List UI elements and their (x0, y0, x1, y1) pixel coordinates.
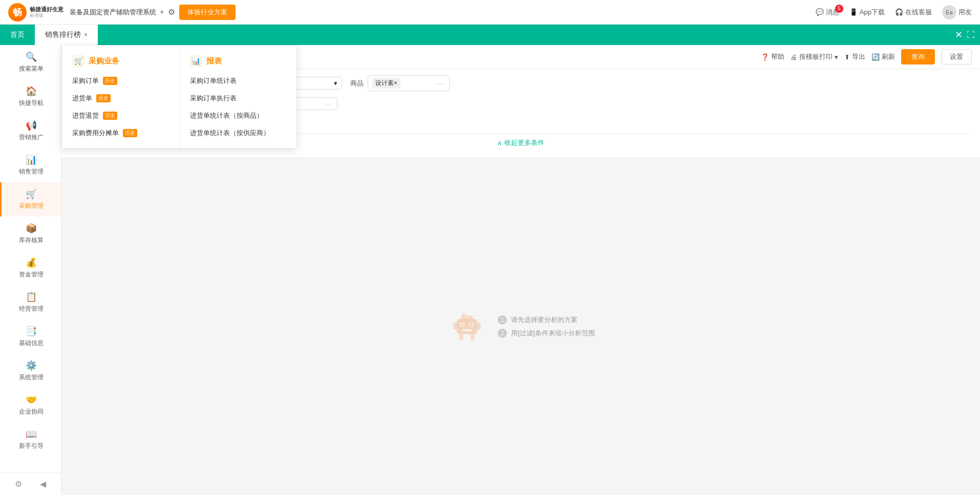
sidebar-item-system[interactable]: ⚙️ 系统管理 (0, 354, 61, 388)
salesperson-dots[interactable]: ··· (324, 100, 333, 107)
dropdown-item-purchase-order-stat[interactable]: 采购订单统计表 (180, 72, 297, 90)
empty-tip-2: 2 用[过滤]条件来缩小分析范围 (498, 329, 594, 338)
dropdown-item-receipt-stat-supplier[interactable]: 进货单统计表（按供应商） (180, 124, 297, 142)
export-button[interactable]: ⬆ 导出 (844, 52, 865, 61)
dropdown-item-purchase-order[interactable]: 采购订单 历史 (62, 72, 179, 90)
help-icon: ❓ (761, 53, 769, 61)
sidebar-item-marketing[interactable]: 📢 营销推广 (0, 114, 61, 148)
message-badge: 6 (835, 5, 843, 13)
logo-sub: 标准版 (30, 13, 63, 18)
sidebar-item-inventory[interactable]: 📦 库存核算 (0, 217, 61, 251)
svg-rect-0 (457, 319, 477, 334)
svg-rect-2 (463, 313, 465, 316)
refresh-button[interactable]: 🔄 刷新 (871, 52, 895, 61)
dropdown-item-purchase-expense[interactable]: 采购费用分摊单 历史 (62, 124, 179, 142)
svg-rect-1 (461, 315, 473, 320)
empty-state: 1 请先选择要分析的方案 2 用[过滤]条件来缩小分析范围 (61, 158, 980, 495)
system-icon: ⚙️ (26, 360, 37, 371)
top-bar: 畅 畅捷通好生意 标准版 装备及固定资产辅助管理系统 ▾ ⚙ 体验行业方案 💬 … (0, 0, 980, 25)
collapse-button[interactable]: ∧ 收起更多条件 (497, 138, 544, 147)
tab-bar-right: ✕ ⛶ (955, 29, 980, 40)
logo-text-area: 畅捷通好生意 标准版 (30, 6, 63, 18)
print-button[interactable]: 🖨 按模板打印 ▾ (791, 52, 838, 61)
goods-select[interactable]: 设计素× ··· (368, 75, 450, 91)
tab-bar-close-icon[interactable]: ✕ (955, 29, 963, 40)
user-item[interactable]: Ea 用友 (942, 5, 972, 19)
dropdown-menu: 🛒 采购业务 采购订单 历史 进货单 历史 进货退货 历史 采购费用分摊单 历史 (61, 45, 297, 148)
sidebar-item-purchase[interactable]: 🛒 采购管理 (0, 182, 61, 217)
app-download-item[interactable]: 📱 App下载 (849, 8, 885, 17)
dropdown-item-receipt-stat-goods[interactable]: 进货单统计表（按商品） (180, 107, 297, 124)
empty-tips: 1 请先选择要分析的方案 2 用[过滤]条件来缩小分析范围 (498, 315, 594, 338)
dropdown-item-purchase-receipt[interactable]: 进货单 历史 (62, 90, 179, 107)
refresh-icon: 🔄 (871, 53, 880, 61)
settings-icon[interactable]: ⚙ (168, 7, 175, 17)
report-header-icon: 📊 (190, 55, 202, 67)
sidebar-collapse-icon[interactable]: ◀ (40, 479, 46, 489)
sidebar-item-quick-nav[interactable]: 🏠 快捷导航 (0, 79, 61, 114)
settings-button[interactable]: 设置 (941, 49, 972, 64)
system-title: 装备及固定资产辅助管理系统 (70, 8, 156, 17)
purchase-icon: 🛒 (26, 188, 37, 200)
headset-icon: 🎧 (895, 8, 903, 16)
dropdown-item-purchase-order-exec[interactable]: 采购订单执行表 (180, 90, 297, 107)
sidebar-item-sales[interactable]: 📊 销售管理 (0, 148, 61, 182)
history-tag: 历史 (103, 112, 117, 120)
sales-icon: 📊 (26, 154, 37, 165)
top-right: 💬 消息 6 📱 App下载 🎧 在线客服 Ea 用友 (816, 5, 972, 19)
sidebar-item-base-info[interactable]: 📑 基础信息 (0, 319, 61, 354)
newbie-icon: 📖 (26, 428, 37, 440)
history-tag: 历史 (96, 94, 111, 102)
svg-rect-11 (471, 334, 475, 340)
filter-goods-item: 商品 设计素× ··· (350, 75, 450, 91)
svg-point-6 (471, 324, 473, 326)
message-icon: 💬 (816, 8, 824, 16)
sidebar-bottom: ⚙ ◀ (0, 472, 61, 495)
message-item[interactable]: 💬 消息 6 (816, 8, 839, 17)
export-icon: ⬆ (844, 53, 850, 61)
avatar: Ea (942, 5, 956, 19)
purchase-header-icon: 🛒 (72, 55, 84, 67)
tab-sales-rank[interactable]: 销售排行榜 × (35, 25, 98, 45)
operations-icon: 📋 (26, 291, 37, 303)
sidebar-settings-icon[interactable]: ⚙ (15, 479, 22, 489)
sidebar-item-finance[interactable]: 💰 资金管理 (0, 251, 61, 285)
query-button[interactable]: 查询 (901, 49, 935, 64)
tab-close-icon[interactable]: × (84, 31, 88, 38)
sidebar-item-search[interactable]: 🔍 搜索菜单 (0, 45, 61, 79)
toolbar-right: ❓ 帮助 🖨 按模板打印 ▾ ⬆ 导出 🔄 刷新 查询 设置 (761, 49, 972, 64)
purchase-header: 🛒 采购业务 (62, 52, 179, 72)
tab-home[interactable]: 首页 (0, 25, 35, 45)
goods-dots[interactable]: ··· (436, 79, 445, 87)
history-tag: 历史 (103, 77, 117, 85)
svg-rect-9 (477, 322, 481, 330)
sidebar: 🔍 搜索菜单 🏠 快捷导航 📢 营销推广 📊 销售管理 🛒 采购管理 📦 库存核… (0, 45, 61, 495)
goods-label: 商品 (350, 79, 364, 88)
help-button[interactable]: ❓ 帮助 (761, 52, 784, 61)
logo-area: 畅 畅捷通好生意 标准版 (8, 3, 70, 21)
goods-tag: 设计素× (372, 78, 400, 89)
marketing-icon: 📢 (26, 120, 37, 131)
home-icon: 🏠 (26, 85, 37, 97)
tab-bar-expand-icon[interactable]: ⛶ (967, 30, 975, 39)
collapse-icon: ∧ (497, 139, 502, 147)
sidebar-item-operations[interactable]: 📋 经营管理 (0, 285, 61, 319)
enterprise-icon: 🤝 (26, 394, 37, 405)
phone-icon: 📱 (849, 8, 858, 16)
empty-tip-1: 1 请先选择要分析的方案 (498, 315, 594, 325)
sidebar-item-newbie[interactable]: 📖 新手引导 (0, 422, 61, 457)
doc-status-chevron: ▾ (334, 79, 337, 87)
main-layout: 🔍 搜索菜单 🏠 快捷导航 📢 营销推广 📊 销售管理 🛒 采购管理 📦 库存核… (0, 45, 980, 495)
purchase-col: 🛒 采购业务 采购订单 历史 进货单 历史 进货退货 历史 采购费用分摊单 历史 (62, 46, 180, 148)
online-service-item[interactable]: 🎧 在线客服 (895, 8, 932, 17)
dropdown-item-purchase-return[interactable]: 进货退货 历史 (62, 107, 179, 124)
svg-rect-10 (459, 334, 463, 340)
system-dropdown-icon[interactable]: ▾ (160, 8, 164, 16)
svg-rect-8 (453, 322, 457, 330)
history-tag: 历史 (123, 129, 137, 137)
report-header: 📊 报表 (180, 52, 297, 72)
tab-bar: 首页 销售排行榜 × ✕ ⛶ (0, 25, 980, 45)
sidebar-item-enterprise[interactable]: 🤝 企业协同 (0, 388, 61, 422)
system-title-area: 装备及固定资产辅助管理系统 ▾ ⚙ 体验行业方案 (70, 5, 816, 20)
trial-button[interactable]: 体验行业方案 (179, 5, 236, 20)
